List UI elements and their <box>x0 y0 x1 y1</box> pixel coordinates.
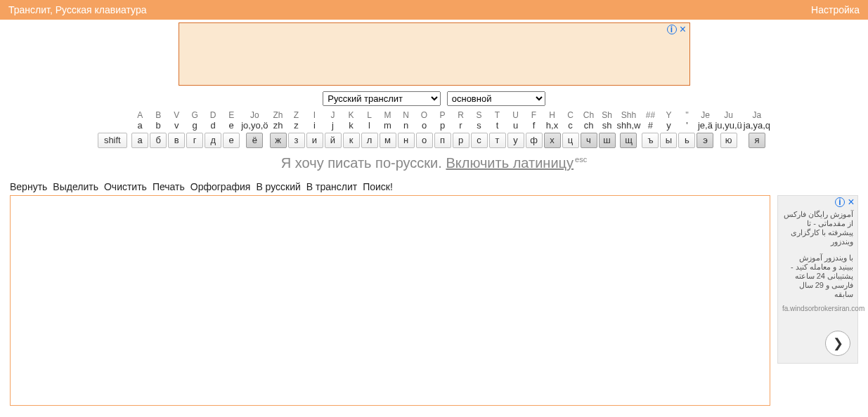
key-label-upper: Jo <box>241 110 268 120</box>
key-button[interactable]: ш <box>599 133 616 148</box>
key-label-upper: A <box>131 110 148 120</box>
key-col: Nnн <box>398 110 415 148</box>
key-col: Ttт <box>489 110 506 148</box>
key-button[interactable]: н <box>398 133 415 148</box>
key-button[interactable]: я <box>749 133 765 148</box>
toolbar-action[interactable]: Выделить <box>53 181 98 192</box>
key-button[interactable]: ж <box>270 133 287 148</box>
key-button[interactable]: ё <box>246 133 263 148</box>
ad-info-icon[interactable]: i <box>835 197 845 207</box>
key-label-upper: Ju <box>715 110 741 120</box>
ad-next-icon[interactable]: ❯ <box>825 331 850 356</box>
key-col: Eeе <box>223 110 240 148</box>
key-button[interactable]: е <box>223 133 240 148</box>
key-button[interactable]: а <box>131 133 148 148</box>
top-ad-banner: i × <box>179 22 690 86</box>
key-col: Ppп <box>434 110 451 148</box>
mode-prompt: Я хочу писать по-русски. Включить латини… <box>0 155 868 171</box>
key-button[interactable]: й <box>325 133 342 148</box>
key-label-translit: v <box>168 120 185 131</box>
key-col: Llл <box>361 110 378 148</box>
ad-close-icon[interactable]: × <box>846 197 856 207</box>
key-button[interactable]: ц <box>562 133 579 148</box>
key-button[interactable]: г <box>186 133 203 148</box>
key-label-translit: c <box>562 120 579 131</box>
key-button[interactable]: э <box>697 133 713 148</box>
key-button[interactable]: и <box>306 133 323 148</box>
key-button[interactable]: у <box>507 133 524 148</box>
key-label-translit: zh <box>270 120 287 131</box>
key-button[interactable]: к <box>343 133 360 148</box>
key-label-upper: G <box>186 110 203 120</box>
key-button[interactable]: в <box>168 133 185 148</box>
key-label-translit: a <box>131 120 148 131</box>
key-button[interactable]: ъ <box>642 133 659 148</box>
side-ad-url: fa.windsorbrokersiran.com <box>782 305 853 312</box>
key-label-upper: '' <box>678 110 695 120</box>
toolbar-action[interactable]: Орфография <box>190 181 251 192</box>
key-col: '''ь <box>678 110 695 148</box>
key-label-upper: E <box>223 110 240 120</box>
key-label-translit: g <box>186 120 203 131</box>
key-col: Bbб <box>150 110 167 148</box>
key-label-upper: M <box>380 110 396 120</box>
key-label-translit: l <box>361 120 378 131</box>
key-label-upper: B <box>150 110 167 120</box>
toolbar-action[interactable]: Печать <box>153 181 185 192</box>
key-col: Ffф <box>526 110 543 148</box>
key-label-translit: u <box>507 120 524 131</box>
toolbar-action[interactable]: Вернуть <box>10 181 47 192</box>
language-select[interactable]: Русский транслит <box>323 91 441 106</box>
key-col: Ssс <box>471 110 488 148</box>
key-label-upper: F <box>526 110 543 120</box>
toolbar-action[interactable]: В русский <box>256 181 300 192</box>
main-textarea[interactable] <box>10 195 770 406</box>
key-label-upper: J <box>325 110 342 120</box>
toolbar-action[interactable]: Очистить <box>104 181 147 192</box>
key-button[interactable]: м <box>380 133 396 148</box>
key-button[interactable]: ы <box>660 133 677 148</box>
key-col: Jojo,yo,öё <box>241 110 268 148</box>
key-label-translit: ' <box>678 120 695 131</box>
key-label-translit: n <box>398 120 415 131</box>
shift-key[interactable]: shift <box>98 133 127 148</box>
key-label-translit: m <box>380 120 396 131</box>
key-col: Jjй <box>325 110 342 148</box>
header-title[interactable]: Транслит, Русская клавиатура <box>8 4 147 15</box>
key-button[interactable]: с <box>471 133 488 148</box>
key-label-upper: C <box>562 110 579 120</box>
key-button[interactable]: з <box>288 133 305 148</box>
key-col: Aaа <box>131 110 148 148</box>
side-ad-text2: با ویندزور آموزش ببینید و معامله کنید - … <box>782 253 853 299</box>
toggle-latin-link[interactable]: Включить латиницу <box>446 155 574 171</box>
key-button[interactable]: д <box>205 133 221 148</box>
toolbar-action[interactable]: Поиск! <box>363 181 393 192</box>
ad-close-icon[interactable]: × <box>678 25 688 34</box>
key-button[interactable]: б <box>150 133 167 148</box>
key-button[interactable]: т <box>489 133 506 148</box>
key-label-translit: s <box>471 120 488 131</box>
key-button[interactable]: л <box>361 133 378 148</box>
key-button[interactable]: щ <box>620 133 637 148</box>
key-button[interactable]: о <box>416 133 433 148</box>
key-button[interactable]: п <box>434 133 451 148</box>
toolbar-action[interactable]: В транслит <box>306 181 357 192</box>
key-col: Ddд <box>205 110 221 148</box>
key-label-translit: y <box>660 120 677 131</box>
key-button[interactable]: х <box>544 133 561 148</box>
key-button[interactable]: ь <box>678 133 695 148</box>
key-label-upper: R <box>453 110 469 120</box>
key-col: Shshш <box>599 110 616 148</box>
ad-info-icon[interactable]: i <box>667 25 677 34</box>
key-button[interactable]: ю <box>720 133 737 148</box>
scheme-select[interactable]: основной <box>447 91 545 106</box>
settings-link[interactable]: Настройка <box>811 4 860 15</box>
key-button[interactable]: р <box>453 133 469 148</box>
key-col: Ggг <box>186 110 203 148</box>
key-button[interactable]: ф <box>526 133 543 148</box>
key-button[interactable]: ч <box>581 133 597 148</box>
esc-hint: esc <box>575 155 587 164</box>
key-label-translit: # <box>642 120 659 131</box>
key-label-upper: Shh <box>617 110 641 120</box>
side-ad-text1: آموزش رایگان فارکس از مقدماتی - تا پیشرف… <box>782 210 853 246</box>
